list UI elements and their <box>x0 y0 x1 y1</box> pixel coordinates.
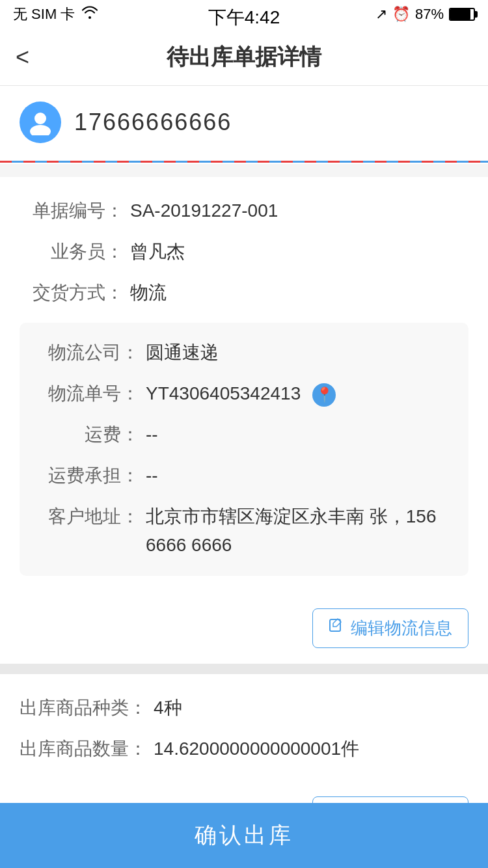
user-section: 17666666666 <box>0 86 488 159</box>
logistics-company-value: 圆通速递 <box>139 338 453 368</box>
order-number-row: 单据编号： SA-20191227-001 <box>20 197 468 226</box>
sales-person-row: 业务员： 曾凡杰 <box>20 237 468 267</box>
logistics-company-row: 物流公司： 圆通速递 <box>35 338 453 368</box>
wifi-icon <box>81 6 98 23</box>
address-label: 客户地址： <box>35 502 139 532</box>
tracking-number-label: 物流单号： <box>35 379 139 409</box>
outstock-types-row: 出库商品种类： 4种 <box>20 694 468 723</box>
status-right: ↗ ⏰ 87% <box>375 6 475 23</box>
edit-logistics-button[interactable]: 编辑物流信息 <box>312 608 468 648</box>
confirm-outstock-label: 确认出库 <box>195 821 293 850</box>
location-icon: ↗ <box>375 6 387 23</box>
delivery-method-row: 交货方式： 物流 <box>20 278 468 308</box>
section-separator <box>0 664 488 674</box>
page-title: 待出库单据详情 <box>167 42 321 72</box>
dashed-divider <box>0 159 488 164</box>
edit-logistics-label: 编辑物流信息 <box>351 617 452 640</box>
outstock-quantity-value: 14.6200000000000001件 <box>147 735 468 764</box>
order-number-value: SA-20191227-001 <box>124 197 468 226</box>
alarm-icon: ⏰ <box>392 6 410 23</box>
freight-row: 运费： -- <box>35 420 453 450</box>
order-info-block: 单据编号： SA-20191227-001 业务员： 曾凡杰 交货方式： 物流 … <box>0 177 488 595</box>
delivery-method-value: 物流 <box>124 278 468 308</box>
status-time: 下午4:42 <box>208 5 280 30</box>
location-pin-icon[interactable]: 📍 <box>312 383 336 407</box>
outstock-quantity-row: 出库商品数量： 14.6200000000000001件 <box>20 735 468 764</box>
confirm-outstock-button[interactable]: 确认出库 <box>0 803 488 868</box>
sales-person-label: 业务员： <box>20 237 124 267</box>
tracking-number-value: YT4306405342413 📍 <box>139 379 453 409</box>
address-row: 客户地址： 北京市市辖区海淀区永丰南 张，156 6666 6666 <box>35 502 453 561</box>
avatar <box>20 102 61 143</box>
svg-point-1 <box>30 125 51 135</box>
outstock-types-value: 4种 <box>147 694 468 723</box>
outstock-types-label: 出库商品种类： <box>20 694 147 723</box>
freight-value: -- <box>139 420 453 450</box>
logistics-card: 物流公司： 圆通速递 物流单号： YT4306405342413 📍 运费： -… <box>20 323 468 576</box>
back-button[interactable]: < <box>16 44 29 71</box>
freight-bearer-row: 运费承担： -- <box>35 461 453 491</box>
address-value: 北京市市辖区海淀区永丰南 张，156 6666 6666 <box>139 502 453 561</box>
order-number-label: 单据编号： <box>20 197 124 226</box>
svg-point-0 <box>34 113 46 124</box>
status-bar: 无 SIM 卡 下午4:42 ↗ ⏰ 87% <box>0 0 488 29</box>
freight-bearer-value: -- <box>139 461 453 491</box>
edit-btn-row: 编辑物流信息 <box>0 595 488 664</box>
logistics-company-label: 物流公司： <box>35 338 139 368</box>
sales-person-value: 曾凡杰 <box>124 237 468 267</box>
status-left: 无 SIM 卡 <box>13 5 98 24</box>
tracking-number-row: 物流单号： YT4306405342413 📍 <box>35 379 453 409</box>
delivery-method-label: 交货方式： <box>20 278 124 308</box>
user-phone: 17666666666 <box>74 109 232 136</box>
edit-icon <box>329 618 344 638</box>
user-icon <box>27 109 53 135</box>
outstock-block: 出库商品种类： 4种 出库商品数量： 14.6200000000000001件 <box>0 674 488 783</box>
nav-bar: < 待出库单据详情 <box>0 29 488 86</box>
freight-label: 运费： <box>35 420 139 450</box>
battery-icon <box>449 8 475 21</box>
freight-bearer-label: 运费承担： <box>35 461 139 491</box>
outstock-quantity-label: 出库商品数量： <box>20 735 147 764</box>
battery-percent: 87% <box>415 6 444 23</box>
carrier-text: 无 SIM 卡 <box>13 5 75 24</box>
